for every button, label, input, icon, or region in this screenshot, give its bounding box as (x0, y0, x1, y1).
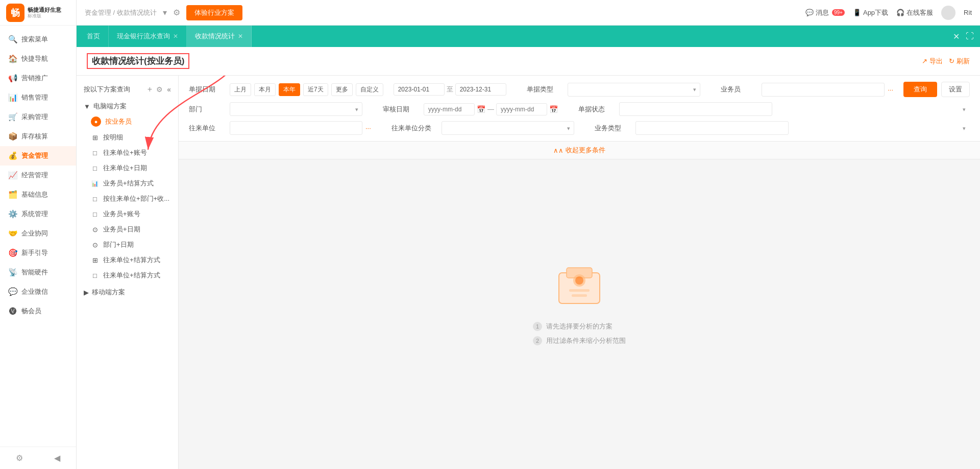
partner-more-btn[interactable]: ··· (365, 124, 371, 132)
tab-home-label: 首页 (87, 32, 100, 41)
sidebar-item-operation[interactable]: 📈 经营管理 (0, 166, 76, 185)
online-service-btn[interactable]: 🎧 在线客服 (896, 8, 933, 17)
scheme-item-partner-settle1[interactable]: ⊞ 往来单位+结算方式 (77, 252, 178, 268)
scheme-salesman-date-label: 业务员+日期 (103, 225, 140, 234)
sidebar-bottom: ⚙ ◀ (0, 447, 76, 469)
salesman-more-btn[interactable]: ··· (888, 86, 893, 93)
panel-collapse-icon[interactable]: « (167, 85, 171, 93)
topbar-gear-icon[interactable]: ⚙ (173, 8, 180, 17)
audit-date-label: 审核日期 (383, 105, 413, 114)
panel-header-icons: + ⚙ « (148, 85, 171, 94)
scheme-item-salesman[interactable]: ● 按业务员 (77, 113, 178, 130)
tab-receipt-close-icon[interactable]: ✕ (238, 33, 243, 40)
app-download-btn[interactable]: 📱 App下载 (853, 8, 888, 17)
tab-bank-close-icon[interactable]: ✕ (173, 33, 178, 40)
date-btn-this-month[interactable]: 本月 (254, 83, 276, 96)
sidebar-item-system[interactable]: ⚙️ 系统管理 (0, 204, 76, 224)
date-btn-this-year[interactable]: 本年 (279, 83, 300, 96)
scheme-group-mobile-title[interactable]: ▶ 移动端方案 (77, 285, 178, 299)
operation-icon: 📈 (8, 171, 17, 180)
date-input-group: 至 (394, 83, 506, 96)
scheme-partner-settle2-icon: □ (91, 271, 99, 279)
breadcrumb: 资金管理 / 收款情况统计 (85, 8, 157, 17)
service-icon: 🎧 (896, 9, 904, 16)
export-button[interactable]: ↗ 导出 (922, 57, 943, 66)
right-panel: 单据日期 上月 本月 本年 近7天 更多 自定义 至 (179, 76, 980, 469)
scheme-group-mobile: ▶ 移动端方案 (77, 285, 178, 299)
audit-from-cal-icon[interactable]: 📅 (477, 105, 485, 113)
filter-area: 单据日期 上月 本月 本年 近7天 更多 自定义 至 (179, 76, 980, 142)
salesman-input[interactable] (762, 83, 885, 97)
topbar-settings-icon[interactable]: ▾ (163, 8, 167, 17)
tab-receipt[interactable]: 收款情况统计 ✕ (187, 26, 252, 47)
sidebar-item-quicknav[interactable]: 🏠 快捷导航 (0, 49, 76, 68)
salesman-label: 业务员 (721, 85, 751, 94)
scheme-salesman-date-icon: ⊙ (91, 225, 99, 233)
audit-from-input[interactable] (424, 103, 475, 115)
sidebar-item-basic[interactable]: 🗂️ 基础信息 (0, 185, 76, 204)
date-btn-7days[interactable]: 近7天 (303, 83, 328, 96)
tab-home[interactable]: 首页 (77, 26, 109, 47)
refresh-button[interactable]: ↻ 刷新 (949, 57, 970, 66)
dept-select[interactable] (230, 102, 362, 116)
scheme-item-partner-date[interactable]: □ 往来单位+日期 (77, 160, 178, 176)
audit-to-cal-icon[interactable]: 📅 (549, 105, 558, 113)
group-mobile-label: 移动端方案 (92, 288, 125, 297)
home-icon: 🏠 (8, 54, 17, 63)
scheme-item-dept-date[interactable]: ⊙ 部门+日期 (77, 237, 178, 252)
panel-add-icon[interactable]: + (148, 85, 152, 94)
trial-button[interactable]: 体验行业方案 (186, 5, 242, 20)
date-from-input[interactable] (394, 83, 445, 96)
partner-category-label: 往来单位分类 (391, 124, 431, 133)
bill-status-select[interactable] (619, 102, 772, 116)
partner-category-select[interactable] (442, 121, 574, 135)
date-btn-custom[interactable]: 自定义 (356, 83, 383, 96)
scheme-salesman-account-icon: □ (91, 210, 99, 218)
sidebar-item-member[interactable]: 🅥 畅会员 (0, 301, 76, 321)
sidebar-item-enterprise[interactable]: 🤝 企业协同 (0, 224, 76, 243)
panel-settings-icon[interactable]: ⚙ (156, 85, 163, 93)
date-to-input[interactable] (455, 83, 506, 96)
basic-icon: 🗂️ (8, 190, 17, 199)
empty-tips: 1 请先选择要分析的方案 2 用过滤条件来缩小分析范围 (533, 322, 626, 345)
bill-type-select[interactable] (568, 83, 700, 97)
page-title: 收款情况统计(按业务员) (87, 53, 189, 69)
date-btn-more[interactable]: 更多 (331, 83, 353, 96)
scheme-group-desktop-title[interactable]: ▼ 电脑端方案 (77, 99, 178, 113)
sidebar-collapse-icon[interactable]: ◀ (54, 453, 60, 463)
collapse-bar[interactable]: ∧∧ 收起更多条件 (179, 142, 980, 159)
sidebar-item-guide[interactable]: 🎯 新手引导 (0, 243, 76, 263)
scheme-item-partner-account[interactable]: □ 往来单位+账号 (77, 145, 178, 160)
scheme-item-salesman-date[interactable]: ⊙ 业务员+日期 (77, 222, 178, 237)
sidebar-item-hardware[interactable]: 📡 智能硬件 (0, 263, 76, 282)
scheme-item-partner-settle2[interactable]: □ 往来单位+结算方式 (77, 268, 178, 283)
tab-bank[interactable]: 现金银行流水查询 ✕ (109, 26, 187, 47)
partner-input[interactable] (230, 121, 362, 135)
sidebar-item-finance[interactable]: 💰 资金管理 (0, 146, 76, 166)
scheme-salesman-label: 按业务员 (105, 117, 132, 126)
sidebar-item-sales[interactable]: 📊 销售管理 (0, 88, 76, 107)
bill-status-label: 单据状态 (578, 105, 609, 114)
top-bar-left: 资金管理 / 收款情况统计 ▾ ⚙ 体验行业方案 (85, 5, 242, 20)
sidebar-item-inventory[interactable]: 📦 库存核算 (0, 127, 76, 146)
sidebar-item-search[interactable]: 🔍 搜索菜单 (0, 30, 76, 49)
user-avatar[interactable] (941, 6, 955, 20)
audit-to-input[interactable] (496, 103, 547, 115)
scheme-item-salesman-settle[interactable]: 📊 业务员+结算方式 (77, 176, 178, 191)
tab-maximize-icon[interactable]: ⛶ (966, 32, 974, 41)
setting-button[interactable]: 设置 (941, 82, 970, 97)
message-btn[interactable]: 💬 消息 99+ (805, 8, 845, 17)
scheme-item-partner-dept[interactable]: □ 按往来单位+部门+收... (77, 191, 178, 206)
scheme-item-salesman-account[interactable]: □ 业务员+账号 (77, 206, 178, 222)
scheme-partner-date-label: 往来单位+日期 (103, 163, 147, 173)
query-button[interactable]: 查询 (903, 82, 937, 97)
sidebar-item-marketing[interactable]: 📢 营销推广 (0, 68, 76, 88)
tab-close-all-icon[interactable]: ✕ (953, 32, 960, 41)
date-btn-last-month[interactable]: 上月 (230, 83, 251, 96)
sidebar-item-wechat[interactable]: 💬 企业微信 (0, 282, 76, 301)
sidebar-settings-icon[interactable]: ⚙ (16, 453, 23, 463)
sidebar-item-purchase[interactable]: 🛒 采购管理 (0, 107, 76, 127)
page-header: 收款情况统计(按业务员) ↗ 导出 ↻ 刷新 (77, 47, 980, 76)
scheme-item-detail[interactable]: ⊞ 按明细 (77, 130, 178, 145)
biz-type-select[interactable] (635, 121, 789, 135)
